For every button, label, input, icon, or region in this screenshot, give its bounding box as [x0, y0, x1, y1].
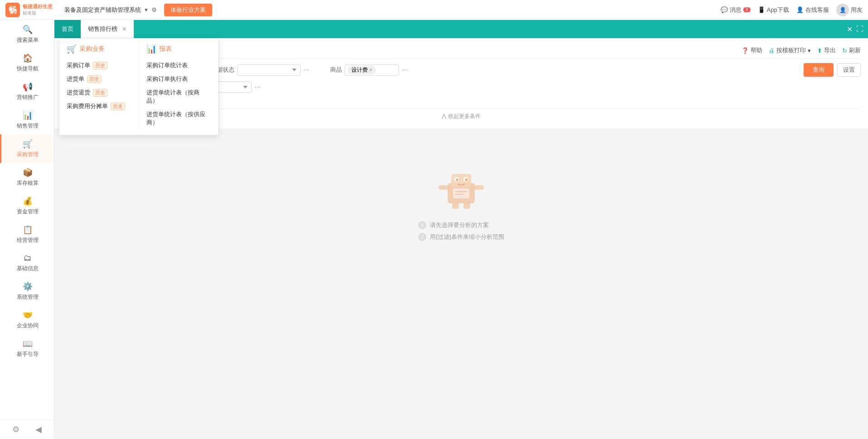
purchase-order-history-badge: 历史 [93, 62, 107, 69]
export-icon: ⬆ [817, 47, 822, 54]
tab-sales-rank[interactable]: 销售排行榜 ✕ [81, 20, 134, 38]
refresh-button[interactable]: ↻ 刷新 [842, 46, 861, 54]
sidebar-label-guide: 新手引导 [17, 350, 39, 358]
sidebar-item-operations[interactable]: 📋 经营管理 [0, 220, 54, 249]
goods-stats-by-supplier-label: 进货单统计表（按供应商） [146, 110, 211, 127]
reports-col-label: 报表 [159, 45, 172, 53]
marketing-icon: 📢 [23, 82, 33, 92]
logo-icon: 畅 [5, 3, 20, 17]
system-title-bar: 装备及固定资产辅助管理系统 ▾ ⚙ 体验行业方案 [64, 4, 721, 16]
tab-sales-rank-label: 销售排行榜 [88, 25, 117, 33]
order-status-select[interactable] [237, 64, 301, 76]
system-dropdown-button[interactable]: ▾ [145, 6, 148, 13]
trial-button[interactable]: 体验行业方案 [164, 4, 212, 16]
tab-right-controls: ✕ ⛶ [847, 25, 868, 34]
guide-icon: 📖 [23, 339, 33, 349]
sidebar-item-inventory[interactable]: 📦 库存核算 [0, 163, 54, 192]
sidebar-item-guide[interactable]: 📖 新手引导 [0, 334, 54, 363]
dropdown-item-po-execution[interactable]: 采购订单执行表 [145, 72, 213, 86]
tab-close-button[interactable]: ✕ [122, 26, 127, 32]
collapse-filters-label: ⋀ 收起更多条件 [442, 113, 480, 119]
sidebar-label-operations: 经营管理 [17, 237, 39, 244]
search-icon: 🔍 [23, 25, 33, 35]
logo-text: 畅捷通好生意 标准版 [23, 3, 53, 16]
dropdown-item-purchase-order[interactable]: 采购订单 历史 [65, 59, 133, 72]
svg-point-4 [456, 179, 458, 181]
sidebar-label-marketing: 营销推广 [17, 94, 39, 101]
dropdown-col-purchase-header: 🛒 采购业务 [65, 44, 133, 54]
purchase-expense-history-badge: 历史 [111, 103, 125, 110]
messages-label: 消息 [730, 6, 741, 14]
sidebar-item-marketing[interactable]: 📢 营销推广 [0, 77, 54, 106]
purchase-dropdown-menu: 🛒 采购业务 采购订单 历史 进货单 历史 进货退货 历史 采购费用分摊单 历史… [59, 38, 219, 135]
empty-image [434, 165, 488, 210]
print-dropdown-icon[interactable]: ▾ [808, 47, 811, 54]
dropdown-item-goods-stats-by-product[interactable]: 进货单统计表（按商品） [145, 86, 213, 108]
sidebar-bottom: ⚙ ◀ [0, 419, 54, 439]
empty-tip-1: 1 请先选择要分析的方案 [418, 219, 504, 231]
sidebar-item-sales[interactable]: 📊 销售管理 [0, 106, 54, 134]
goods-return-label: 进货退货 [67, 89, 90, 97]
base-icon: 🗂 [24, 253, 32, 263]
sidebar-label-finance: 资金管理 [17, 208, 39, 216]
dropdown-item-goods-return[interactable]: 进货退货 历史 [65, 86, 133, 99]
empty-tip-2: 2 用[过滤]条件来缩小分析范围 [418, 231, 504, 243]
svg-point-5 [465, 179, 468, 181]
dropdown-item-po-stats[interactable]: 采购订单统计表 [145, 59, 213, 72]
sidebar-collapse-button[interactable]: ◀ [35, 424, 42, 434]
online-service-button[interactable]: 👤 在线客服 [796, 6, 829, 14]
print-icon: 🖨 [769, 47, 775, 54]
goods-tag-close[interactable]: × [369, 67, 372, 73]
setting-button[interactable]: 设置 [837, 63, 861, 77]
tab-close-all-button[interactable]: ✕ [847, 25, 853, 34]
tab-maximize-button[interactable]: ⛶ [856, 25, 863, 33]
help-button[interactable]: ❓ 帮助 [741, 46, 762, 54]
salesperson-more-button[interactable]: ··· [254, 83, 260, 91]
header-right: 💬 消息 9 📱 App下载 👤 在线客服 👤 用友 [721, 4, 863, 16]
messages-button[interactable]: 💬 消息 9 [721, 6, 751, 14]
sidebar-item-enterprise[interactable]: 🤝 企业协同 [0, 306, 54, 334]
sidebar-item-finance[interactable]: 💰 资金管理 [0, 192, 54, 220]
app-download-button[interactable]: 📱 App下载 [758, 6, 789, 14]
sidebar-item-quicknav[interactable]: 🏠 快捷导航 [0, 49, 54, 77]
system-title-text: 装备及固定资产辅助管理系统 [64, 6, 141, 14]
tab-home[interactable]: 首页 [54, 20, 81, 38]
print-button[interactable]: 🖨 按模板打印 ▾ [769, 46, 811, 54]
home-icon: 🏠 [23, 53, 33, 63]
sidebar-label-system: 系统管理 [17, 293, 39, 301]
refresh-icon: ↻ [842, 47, 847, 54]
svg-rect-8 [452, 202, 459, 209]
sidebar-item-system[interactable]: ⚙️ 系统管理 [0, 277, 54, 306]
sidebar-item-search[interactable]: 🔍 搜索菜单 [0, 20, 54, 49]
order-status-field: 单据状态 ··· [209, 64, 309, 76]
goods-stats-by-product-label: 进货单统计表（按商品） [146, 89, 211, 105]
dropdown-item-purchase-expense[interactable]: 采购费用分摊单 历史 [65, 99, 133, 113]
goods-receipt-history-badge: 历史 [87, 75, 102, 83]
sidebar-item-purchase[interactable]: 🛒 采购管理 [0, 134, 54, 163]
purchase-col-label: 采购业务 [79, 45, 105, 53]
app-download-label: App下载 [767, 6, 789, 14]
help-icon: ❓ [741, 47, 749, 54]
svg-rect-6 [439, 185, 449, 190]
user-avatar: 👤 [836, 4, 849, 16]
system-settings-icon[interactable]: ⚙ [151, 6, 157, 13]
user-menu[interactable]: 👤 用友 [836, 4, 863, 16]
sidebar-label-search: 搜索菜单 [17, 36, 39, 44]
sidebar-label-enterprise: 企业协同 [17, 322, 39, 330]
goods-return-history-badge: 历史 [93, 89, 107, 97]
sidebar-label-quicknav: 快捷导航 [17, 65, 39, 73]
query-button[interactable]: 查询 [804, 63, 834, 77]
goods-receipt-label: 进货单 [67, 75, 84, 83]
dropdown-item-goods-stats-by-supplier[interactable]: 进货单统计表（按供应商） [145, 108, 213, 129]
goods-more-button[interactable]: ··· [402, 66, 408, 74]
system-icon: ⚙️ [23, 281, 33, 291]
order-status-more-button[interactable]: ··· [303, 66, 309, 74]
dropdown-col-reports: 📊 报表 采购订单统计表 采购订单执行表 进货单统计表（按商品） 进货单统计表（… [139, 44, 219, 129]
sidebar-settings-button[interactable]: ⚙ [12, 424, 20, 434]
export-button[interactable]: ⬆ 导出 [817, 46, 836, 54]
sidebar-item-base[interactable]: 🗂 基础信息 [0, 249, 54, 277]
finance-icon: 💰 [23, 196, 33, 206]
dropdown-item-goods-receipt[interactable]: 进货单 历史 [65, 72, 133, 86]
top-header: 畅 畅捷通好生意 标准版 装备及固定资产辅助管理系统 ▾ ⚙ 体验行业方案 💬 … [0, 0, 868, 20]
operations-icon: 📋 [23, 225, 33, 235]
